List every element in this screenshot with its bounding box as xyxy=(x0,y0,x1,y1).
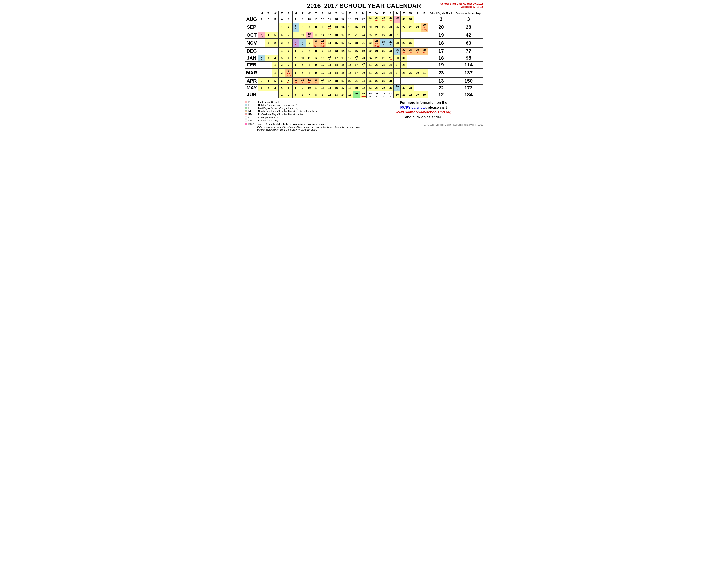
mar-d16: 16 xyxy=(346,68,353,77)
legend-left: F First Day of School H Holiday (Schools… xyxy=(245,101,364,131)
feb-days-month: 19 xyxy=(428,62,454,68)
nov-e3 xyxy=(421,39,428,48)
oct-d13: 13 xyxy=(313,32,319,38)
nov-d7: 7PD xyxy=(292,39,299,48)
jan-d19: 19 xyxy=(346,55,353,61)
col-t4: T xyxy=(313,11,319,16)
may-e2 xyxy=(421,84,428,91)
feb-d9: 9 xyxy=(313,62,319,68)
dec-d8: 8 xyxy=(313,48,319,55)
may-e1 xyxy=(414,84,421,91)
jun-e2 xyxy=(265,91,272,98)
jun-d23: 23C xyxy=(387,91,394,98)
feb-d27: 27 xyxy=(394,62,401,68)
aug-row: AUG 1 2 3 4 5 8 9 10 11 12 15 16 17 18 1… xyxy=(245,16,483,23)
may-d25: 25 xyxy=(380,84,387,91)
aug-d19: 19 xyxy=(353,16,360,23)
legend-pd: PD Professional Day (No school for stude… xyxy=(245,113,364,116)
oct-e3 xyxy=(414,32,421,38)
legend-dot-l xyxy=(245,107,247,109)
legend-h: H Holiday (Schools and offices closed) xyxy=(245,104,364,106)
oct-d24: 24 xyxy=(360,32,367,38)
dec-d21: 21 xyxy=(373,48,380,55)
month-sep: SEP xyxy=(245,23,258,32)
legend-desc-f: First Day of School xyxy=(258,101,279,103)
dec-d16: 16 xyxy=(353,48,360,55)
jan-d5: 5 xyxy=(278,55,285,61)
aug-d15: 15 xyxy=(326,16,333,23)
apr-row: APR 3 4 5 6 7PD 10NI 11NI 12NI 13NI 14H … xyxy=(245,77,483,84)
legend-right: For more information on the MCPS calenda… xyxy=(364,101,483,131)
sep-e2 xyxy=(265,23,272,32)
apr-d18: 18 xyxy=(333,77,340,84)
jan-days-cumul: 95 xyxy=(454,55,483,61)
jan-e1 xyxy=(407,55,414,61)
apr-d25: 25 xyxy=(367,77,373,84)
info-line1: For more information on the xyxy=(364,101,483,105)
apr-d11: 11NI xyxy=(299,77,306,84)
may-d19: 19 xyxy=(353,84,360,91)
nov-d8: 8H xyxy=(299,39,306,48)
oct-d25: 25 xyxy=(367,32,373,38)
apr-d7: 7PD xyxy=(285,77,292,84)
dec-e2 xyxy=(265,48,272,55)
col-t2: T xyxy=(278,11,285,16)
dec-d2: 2 xyxy=(285,48,292,55)
oct-d11: 11 xyxy=(299,32,306,38)
jun-row: JUN 1 2 5 6 7 8 9 12 13 14 15 16L 19PD/C… xyxy=(245,91,483,98)
mar-d1: 1 xyxy=(272,68,279,77)
mar-d22: 22 xyxy=(373,68,380,77)
dec-d29: 29NI xyxy=(414,48,421,55)
feb-d8: 8 xyxy=(306,62,313,68)
col-f3: F xyxy=(353,11,360,16)
oct-d21: 21 xyxy=(353,32,360,38)
sep-d20: 20 xyxy=(367,23,373,32)
nov-d28: 28 xyxy=(394,39,401,48)
may-d1: 1 xyxy=(258,84,265,91)
jan-row: JAN 2H 3 4 5 6 9 10 11 12 13 16H 17 18 1… xyxy=(245,55,483,61)
legend-l: L Last Day of School (Early release day) xyxy=(245,107,364,109)
apr-d26: 26 xyxy=(373,77,380,84)
legend-section: F First Day of School H Holiday (Schools… xyxy=(245,101,483,131)
col-t9: T xyxy=(401,11,407,16)
aug-d12: 12 xyxy=(319,16,326,23)
feb-row: FEB 1 2 3 6 7 8 9 10 13 14 15 16 17 20H … xyxy=(245,62,483,68)
col-t7: T xyxy=(367,11,373,16)
col-w4: W xyxy=(373,11,380,16)
col-t10: T xyxy=(414,11,421,16)
aug-d18: 18 xyxy=(346,16,353,23)
jun-d15: 15 xyxy=(346,91,353,98)
jun-e1 xyxy=(258,91,265,98)
month-oct: OCT xyxy=(245,32,258,38)
legend-key-pd: PD xyxy=(248,113,257,116)
sep-d13: 13 xyxy=(333,23,340,32)
feb-e5 xyxy=(421,62,428,68)
jan-d27: 27PD xyxy=(387,55,394,61)
legend-key-ni: NI xyxy=(248,110,257,113)
feb-d6: 6 xyxy=(292,62,299,68)
sep-d19: 19 xyxy=(360,23,367,32)
oct-d4: 4 xyxy=(265,32,272,38)
mar-d2: 2 xyxy=(278,68,285,77)
jun-d19: 19PD/C xyxy=(360,91,367,98)
col-f1: F xyxy=(285,11,292,16)
oct-d10: 10 xyxy=(292,32,299,38)
col-t1: T xyxy=(265,11,272,16)
feb-d28: 28 xyxy=(401,62,407,68)
jan-d30: 30 xyxy=(394,55,401,61)
aug-d29: 29F xyxy=(394,16,401,23)
nov-d17: 17 xyxy=(346,39,353,48)
nov-d21: 21 xyxy=(360,39,367,48)
aug-d25: 25PD xyxy=(380,16,387,23)
legend-desc-h: Holiday (Schools and offices closed) xyxy=(258,104,297,106)
may-d8: 8 xyxy=(292,84,299,91)
oct-d19: 19 xyxy=(340,32,346,38)
sep-e1 xyxy=(258,23,265,32)
legend-italic-note: If the school year should be disrupted b… xyxy=(257,126,364,131)
oct-d5: 5 xyxy=(272,32,279,38)
jan-d31: 31 xyxy=(401,55,407,61)
dec-days-month: 17 xyxy=(428,48,454,55)
jun-d1: 1 xyxy=(278,91,285,98)
col-m3: M xyxy=(326,11,333,16)
oct-d31: 31 xyxy=(394,32,401,38)
